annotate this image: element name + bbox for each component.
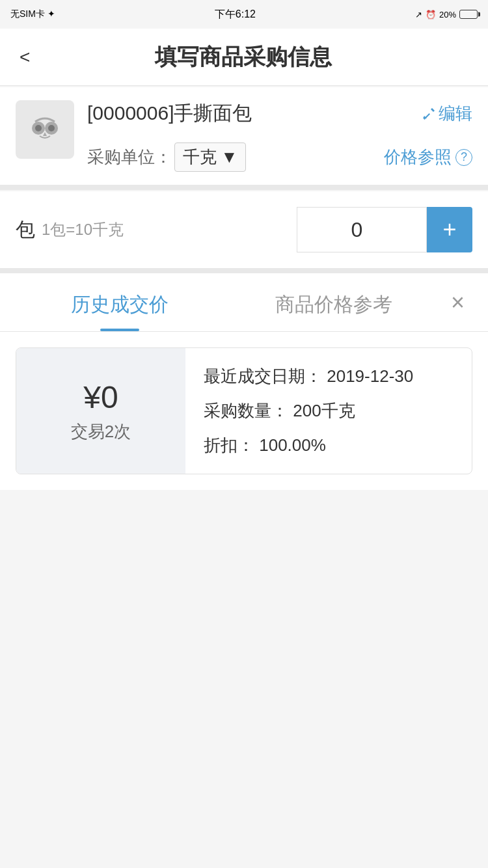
product-thumbnail — [16, 100, 74, 159]
discount-label: 折扣： — [204, 435, 254, 455]
unit-select[interactable]: 千克 ▼ — [174, 142, 246, 172]
product-card: [0000006]手撕面包 编辑 采购单位： 千克 ▼ 价格参照 ? — [0, 87, 488, 185]
quantity-unit-hint: 1包=10千克 — [42, 219, 124, 240]
history-discount-row: 折扣： 100.00% — [204, 433, 454, 458]
history-times: 交易2次 — [71, 420, 131, 443]
svg-marker-6 — [431, 108, 435, 112]
history-details: 最近成交日期： 2019-12-30 采购数量： 200千克 折扣： 100.0… — [185, 348, 472, 474]
tab-underline — [100, 329, 139, 331]
quantity-input-group: + — [297, 207, 472, 252]
status-time: 下午6:12 — [215, 8, 256, 21]
quantity-input[interactable] — [297, 207, 427, 252]
history-price-value: ¥0 — [83, 379, 118, 415]
quantity-label: 采购数量： — [204, 401, 288, 420]
product-header: [0000006]手撕面包 编辑 采购单位： 千克 ▼ 价格参照 ? — [16, 100, 472, 172]
status-right: ↗ ⏰ 20% — [415, 10, 478, 20]
status-left: 无SIM卡 ✦ — [10, 8, 55, 20]
product-logo-icon — [25, 110, 64, 149]
help-icon: ? — [455, 149, 472, 166]
product-info: [0000006]手撕面包 编辑 采购单位： 千克 ▼ 价格参照 ? — [87, 100, 472, 172]
status-bar: 无SIM卡 ✦ 下午6:12 ↗ ⏰ 20% — [0, 0, 488, 29]
history-date-row: 最近成交日期： 2019-12-30 — [204, 364, 454, 389]
battery-icon — [459, 10, 478, 19]
edit-button[interactable]: 编辑 — [422, 102, 472, 125]
svg-point-2 — [35, 125, 42, 131]
price-ref-button[interactable]: 价格参照 ? — [384, 146, 472, 169]
discount-value: 100.00% — [259, 435, 326, 455]
location-icon: ↗ — [415, 10, 422, 20]
dropdown-icon: ▼ — [221, 147, 237, 167]
panel-content: ¥0 交易2次 最近成交日期： 2019-12-30 采购数量： 200千克 折… — [0, 332, 488, 490]
date-label: 最近成交日期： — [204, 366, 322, 386]
main-background — [0, 490, 488, 868]
page-title: 填写商品采购信息 — [43, 42, 444, 72]
date-value: 2019-12-30 — [327, 366, 413, 386]
bottom-panel: 历史成交价 商品价格参考 × ¥0 交易2次 最近成交日期： 2019-12-3… — [0, 273, 488, 490]
svg-point-3 — [48, 125, 55, 131]
nav-bar: < 填写商品采购信息 — [0, 29, 488, 86]
quantity-plus-button[interactable]: + — [427, 207, 472, 252]
section-divider-2 — [0, 268, 488, 273]
price-ref-label: 价格参照 — [384, 146, 452, 169]
unit-value: 千克 — [183, 146, 217, 169]
panel-close-button[interactable]: × — [441, 282, 475, 323]
sim-status: 无SIM卡 ✦ — [10, 8, 55, 20]
history-quantity-row: 采购数量： 200千克 — [204, 398, 454, 424]
tab-price-reference[interactable]: 商品价格参考 — [226, 273, 440, 331]
alarm-icon: ⏰ — [426, 10, 436, 20]
unit-label: 采购单位： — [87, 147, 172, 167]
quantity-value: 200千克 — [293, 401, 355, 420]
svg-marker-4 — [43, 132, 47, 136]
history-price-section: ¥0 交易2次 — [16, 348, 185, 474]
tabs-row: 历史成交价 商品价格参考 × — [0, 273, 488, 332]
product-name: [0000006]手撕面包 — [87, 100, 252, 127]
back-button[interactable]: < — [13, 40, 36, 74]
tab-history-price[interactable]: 历史成交价 — [13, 273, 226, 331]
quantity-section: 包 1包=10千克 + — [0, 191, 488, 268]
quantity-unit-badge: 包 — [16, 217, 35, 243]
battery-percent: 20% — [439, 10, 456, 20]
edit-icon — [422, 107, 436, 121]
history-card: ¥0 交易2次 最近成交日期： 2019-12-30 采购数量： 200千克 折… — [16, 347, 472, 474]
section-divider — [0, 185, 488, 190]
